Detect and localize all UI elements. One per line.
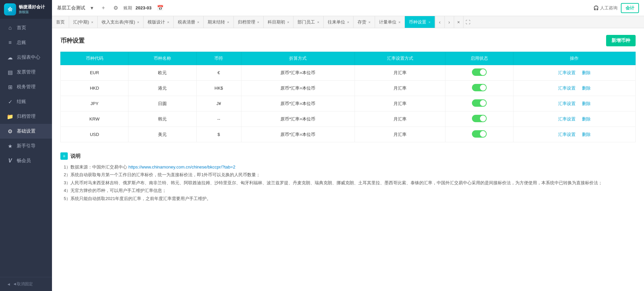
sidebar-pin-toggle[interactable]: ◄ ◄取消固定 (0, 277, 52, 291)
sidebar-label-settings: 基础设置 (17, 128, 36, 134)
topbar-right: 🎧 人工咨询 会计 (593, 3, 639, 13)
cell-code: USD (61, 127, 128, 142)
cell-status (445, 111, 513, 127)
rate-setting-link[interactable]: 汇率设置 (558, 116, 576, 122)
tab-close-icon[interactable]: × (347, 20, 349, 24)
tab-tax[interactable]: 税表清册 × (174, 16, 204, 28)
cell-method: 原币*汇率=本位币 (241, 96, 355, 111)
status-toggle[interactable] (472, 99, 487, 107)
status-toggle[interactable] (472, 68, 487, 76)
tab-dept-staff[interactable]: 部门员工 × (293, 16, 323, 28)
tab-subject-init[interactable]: 科目期初 × (264, 16, 293, 28)
project-dropdown-icon[interactable]: ▾ (89, 4, 95, 12)
rate-setting-link[interactable]: 汇率设置 (558, 101, 576, 106)
sidebar-item-home[interactable]: ⌂ 首页 (0, 20, 52, 35)
tab-nav-right[interactable]: › (444, 16, 454, 28)
col-method: 折算方式 (241, 52, 355, 65)
sidebar-item-tax[interactable]: ⊞ 税务管理 (0, 80, 52, 94)
cell-status (445, 127, 513, 142)
account-button[interactable]: 会计 (621, 3, 639, 13)
settings-gear-icon[interactable]: ⚙ (111, 4, 120, 12)
note-item: 4）无官方牌价的币种，可以用户手工维护汇率信息； (64, 187, 636, 194)
tab-inventory[interactable]: 存货 × (354, 16, 375, 28)
cell-status (445, 65, 513, 81)
sidebar-item-ledger[interactable]: ≡ 总账 (0, 35, 52, 50)
rate-setting-link[interactable]: 汇率设置 (558, 70, 576, 75)
cell-name: 美元 (128, 127, 196, 142)
sidebar-item-invoice[interactable]: ▤ 发票管理 (0, 65, 52, 80)
tab-close-icon[interactable]: × (137, 20, 139, 24)
tab-close-icon[interactable]: × (91, 20, 93, 24)
sidebar-label-ledger: 总账 (17, 40, 26, 46)
tab-mid-report[interactable]: 汇(中期) × (69, 16, 98, 28)
note-link[interactable]: https://www.chinamoney.com.cn/chinese/bk… (128, 164, 235, 169)
logo-sub: 旗舰版 (19, 10, 45, 14)
delete-link[interactable]: 删除 (582, 116, 591, 122)
cell-symbol: -- (196, 111, 241, 127)
sidebar-item-reports[interactable]: ☁ 云报表中心 (0, 50, 52, 65)
cell-rate-type: 月汇率 (355, 127, 445, 142)
tab-close-icon[interactable]: × (227, 20, 229, 24)
tab-period-end[interactable]: 期末结转 × (204, 16, 233, 28)
cell-symbol: J¥ (196, 96, 241, 111)
sidebar-item-guide[interactable]: ★ 新手引导 (0, 139, 52, 153)
cell-symbol: HK$ (196, 81, 241, 96)
sidebar-item-member[interactable]: V 畅会员 (0, 153, 52, 168)
cell-code: HKD (61, 81, 128, 96)
tab-expand[interactable]: ⛶ (463, 16, 473, 28)
logo-icon: 会 (4, 3, 16, 15)
rate-setting-link[interactable]: 汇率设置 (558, 86, 576, 91)
tab-close-currency-icon[interactable]: × (428, 20, 430, 24)
cell-actions: 汇率设置 删除 (513, 81, 635, 96)
rate-setting-link[interactable]: 汇率设置 (558, 132, 576, 137)
col-actions: 操作 (513, 52, 635, 65)
cell-symbol: $ (196, 127, 241, 142)
tab-close-all[interactable]: × (454, 16, 463, 28)
tab-annual-report[interactable]: 收入支出表(年报) × (98, 16, 144, 28)
tab-close-icon[interactable]: × (398, 20, 400, 24)
delete-link[interactable]: 删除 (582, 101, 591, 106)
sidebar-item-archive[interactable]: 📁 归档管理 (0, 109, 52, 124)
new-currency-button[interactable]: 新增币种 (606, 35, 636, 46)
archive-icon: 📁 (7, 113, 13, 120)
tab-close-icon[interactable]: × (167, 20, 169, 24)
cell-name: 日圆 (128, 96, 196, 111)
status-toggle[interactable] (472, 130, 487, 138)
cell-actions: 汇率设置 删除 (513, 127, 635, 142)
status-toggle[interactable] (472, 84, 487, 91)
tab-close-icon[interactable]: × (287, 20, 289, 24)
cell-rate-type: 月汇率 (355, 96, 445, 111)
tab-close-icon[interactable]: × (317, 20, 319, 24)
delete-link[interactable]: 删除 (582, 132, 591, 137)
tab-close-icon[interactable]: × (368, 20, 370, 24)
note-icon: ≡ (60, 152, 68, 160)
tab-template[interactable]: 模版设计 × (144, 16, 173, 28)
sidebar-item-checkout[interactable]: ✓ 结账 (0, 94, 52, 109)
delete-link[interactable]: 删除 (582, 86, 591, 91)
tab-archive[interactable]: 归档管理 × (234, 16, 264, 28)
status-toggle[interactable] (472, 115, 487, 122)
add-project-btn[interactable]: ＋ (99, 4, 108, 12)
consult-button[interactable]: 🎧 人工咨询 (593, 5, 618, 11)
tax-icon: ⊞ (7, 84, 13, 90)
tab-close-icon[interactable]: × (197, 20, 199, 24)
tab-nav-left[interactable]: ‹ (435, 16, 444, 28)
sidebar-item-settings[interactable]: ⚙ 基础设置 (0, 124, 52, 139)
tabs-bar: 首页 汇(中期) × 收入支出表(年报) × 模版设计 × 税表清册 × 期末结… (52, 16, 644, 28)
note-item: 2）系统自动获取每月第一个工作日的汇率标价，统一为直接标价法，即1外币可以兑换的… (64, 171, 636, 179)
main-area: 基层工会测试 ▾ ＋ ⚙ 账期 2023-03 📅 🎧 人工咨询 会计 首页 汇… (52, 0, 644, 291)
tab-close-icon[interactable]: × (257, 20, 259, 24)
tab-currency[interactable]: 币种设置 × (405, 16, 435, 28)
tab-unit[interactable]: 计量单位 × (375, 16, 405, 28)
col-rate-type: 汇率设置方式 (355, 52, 445, 65)
cell-symbol: € (196, 65, 241, 81)
tab-home[interactable]: 首页 (52, 16, 69, 28)
headset-icon: 🎧 (593, 5, 599, 10)
tab-contacts[interactable]: 往来单位 × (324, 16, 354, 28)
note-item: 1）数据来源：中国外汇交易中心 https://www.chinamoney.c… (64, 163, 636, 171)
delete-link[interactable]: 删除 (582, 70, 591, 75)
cell-actions: 汇率设置 删除 (513, 65, 635, 81)
calendar-icon[interactable]: 📅 (155, 4, 166, 12)
cell-actions: 汇率设置 删除 (513, 96, 635, 111)
page-content: 币种设置 新增币种 币种代码 币种名称 币符 折算方式 汇率设置方式 启用状态 … (52, 28, 644, 291)
